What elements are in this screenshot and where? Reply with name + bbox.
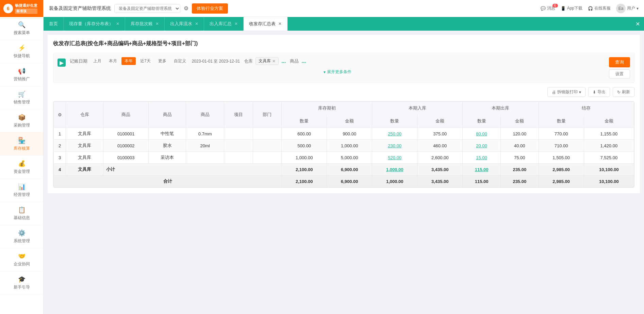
sidebar-item-search[interactable]: 🔍 搜索菜单 [0,17,43,40]
cell-in-amt: 460.00 [417,140,463,152]
date-tab-more[interactable]: 更多 [155,57,169,65]
subtotal-row: 4 文具库 小计 2,100.00 6,900.00 1,000.00 3,43… [54,164,634,176]
tab-inout-flow-label: 出入库流水 [170,21,192,27]
sidebar-item-label: 资金管理 [14,169,30,175]
sidebar-item-finance[interactable]: 💰 资金管理 [0,156,43,179]
app-name: 畅捷通好生意 [15,3,37,8]
tab-inout-flow[interactable]: 出入库流水 ✕ [165,17,204,31]
cell-in-qty[interactable]: 230.00 [372,140,417,152]
cell-goods-code: 0100003 [103,152,149,164]
sidebar-item-system[interactable]: ⚙️ 系统管理 [0,225,43,248]
warehouse-ellipsis[interactable]: ... [281,58,286,64]
subtotal-closing-qty: 2,985.00 [539,164,584,176]
export-button[interactable]: ⬇ 导出 [588,87,610,97]
cell-out-qty[interactable]: 80.00 [463,128,501,140]
logo-icon: 6 [3,4,13,13]
subtotal-out-qty[interactable]: 115.00 [463,164,501,176]
online-service-label: 在线客服 [594,5,611,11]
cell-project [224,152,253,164]
tab-receive-summary[interactable]: 收发存汇总表 ✕ [244,17,287,31]
refresh-button[interactable]: ↻ 刷新 [613,87,634,97]
sidebar-item-purchase[interactable]: 📦 采购管理 [0,110,43,133]
sidebar-item-marketing[interactable]: 📢 营销推广 [0,63,43,86]
tab-bar-close-all[interactable]: ✕ [631,21,644,27]
messages-item[interactable]: 💬 消息 6 [541,5,555,11]
expand-more-btn[interactable]: ▾ 展开更多条件 [324,69,351,75]
online-service-item[interactable]: 🎧 在线客服 [588,5,611,11]
cell-no: 2 [54,140,66,152]
date-label: 记账日期 [70,58,87,64]
footer-row: 合计 2,100.00 6,900.00 1,000.00 3,435.00 1… [54,176,634,187]
sidebar-item-label: 采购管理 [14,122,30,128]
footer-closing-amt: 10,100.00 [584,176,634,187]
messages-badge: 6 [552,4,558,7]
goods-label: 商品 [290,58,299,64]
cell-opening-qty: 600.00 [282,128,327,140]
warehouse-tag-close[interactable]: ✕ [272,59,276,64]
footer-out-qty: 115.00 [463,176,501,187]
cell-project [224,140,253,152]
subtotal-closing-amt: 10,100.00 [584,164,634,176]
cell-goods-spec: 0.7mm [186,128,224,140]
tab-inout-summary[interactable]: 出入库汇总 ✕ [204,17,244,31]
table-row: 3 文具库 0100003 采访本 1,000.00 5,000.00 520.… [54,152,634,164]
subtotal-in-qty[interactable]: 1,000.00 [372,164,417,176]
print-button[interactable]: 🖨 拆镜版打印 ▾ [547,87,585,97]
cell-goods-code: 0100002 [103,140,149,152]
cell-out-qty[interactable]: 15.00 [463,152,501,164]
toolbar: 🖨 拆镜版打印 ▾ ⬇ 导出 ↻ 刷新 [53,87,634,97]
cell-in-qty[interactable]: 520.00 [372,152,417,164]
tab-home[interactable]: 首页 [44,17,64,31]
footer-opening-qty: 2,100.00 [282,176,327,187]
print-chevron-icon: ▾ [579,90,581,95]
filter-expand-button[interactable]: ▶ [57,59,66,67]
th-closing: 结存 [539,102,634,115]
page-container: 收发存汇总表(按仓库+商品编码+商品+规格型号+项目+部门) ▶ 记账日期 上月… [48,35,640,193]
tab-inout-summary-close[interactable]: ✕ [234,21,238,26]
setting-button[interactable]: 设置 [609,69,630,79]
th-in: 本期入库 [372,102,463,115]
th-closing-amt: 金额 [584,115,634,128]
export-icon: ⬇ [593,90,596,95]
gear-icon[interactable]: ⚙ [184,5,188,12]
date-tabs: 上月 本月 本年 近7天 更多 自定义 [90,57,189,65]
sidebar-item-label: 系统管理 [14,238,30,244]
finance-icon: 💰 [18,160,26,167]
user-item[interactable]: Ea 用户 ▾ [616,4,639,13]
sidebar-item-newbie[interactable]: 🎓 新手引导 [0,271,43,295]
app-download-item[interactable]: 📱 App下载 [561,5,582,11]
export-label: 导出 [597,89,606,95]
sidebar-item-sales[interactable]: 🛒 销售管理 [0,86,43,110]
footer-closing-qty: 2,985.00 [539,176,584,187]
query-button[interactable]: 查询 [609,57,630,67]
th-opening: 库存期初 [282,102,372,115]
experience-button[interactable]: 体验行业方案 [192,3,228,14]
sidebar-item-inventory[interactable]: 🏪 库存核算 [0,133,43,156]
tab-receive-summary-label: 收发存汇总表 [249,21,276,27]
cell-opening-amt: 1,000.00 [327,140,372,152]
system-selector[interactable]: 装备及固定资产辅助管理系统 [114,4,180,13]
tab-batch[interactable]: 库存批次账 ✕ [125,17,165,31]
refresh-icon: ↻ [617,90,621,95]
sidebar-item-basic-info[interactable]: 📋 基础信息 [0,202,43,225]
date-tab-last-month[interactable]: 上月 [90,57,104,65]
sidebar-item-enterprise[interactable]: 🤝 企业协同 [0,248,43,271]
cell-in-qty[interactable]: 250.00 [372,128,417,140]
tab-receive-summary-close[interactable]: ✕ [278,21,282,26]
goods-ellipsis[interactable]: ... [301,58,306,64]
tab-stock-dist-close[interactable]: ✕ [116,21,119,26]
date-tab-this-month[interactable]: 本月 [106,57,120,65]
date-tab-custom[interactable]: 自定义 [171,57,189,65]
user-label: 用户 [627,5,635,11]
tab-inout-flow-close[interactable]: ✕ [195,21,198,26]
tab-stock-dist[interactable]: 现存量（库存分布表） ✕ [64,17,125,31]
sidebar-item-operations[interactable]: 📊 经营管理 [0,179,43,202]
cell-out-qty[interactable]: 20.00 [463,140,501,152]
sidebar-item-quick-nav[interactable]: ⚡ 快捷导航 [0,40,43,63]
tab-batch-close[interactable]: ✕ [155,21,159,26]
th-setting[interactable]: ⚙ [54,102,66,128]
th-goods-spec: 商品 [186,102,224,128]
date-tab-this-year[interactable]: 本年 [121,57,136,65]
date-tab-7days[interactable]: 近7天 [137,57,154,65]
ea-label: Ea [618,6,624,11]
